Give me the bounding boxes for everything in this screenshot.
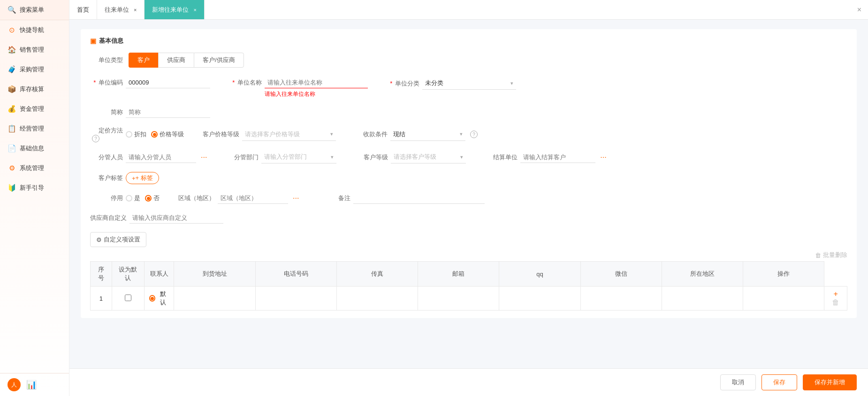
sidebar-item-guide[interactable]: 🔰 新手引导 <box>0 178 69 198</box>
cell-fax[interactable] <box>418 287 499 311</box>
radio-no-circle <box>145 195 152 202</box>
sidebar-item-basic[interactable]: 📄 基础信息 <box>0 139 69 158</box>
pricing-help-icon[interactable]: ? <box>92 135 99 142</box>
phone-input[interactable] <box>342 295 413 302</box>
remarks-input[interactable] <box>353 193 485 204</box>
radio-price-level-circle <box>151 131 158 138</box>
manager-more-btn[interactable]: ··· <box>201 153 207 162</box>
cell-address[interactable] <box>255 287 336 311</box>
radio-price-level-label: 价格等级 <box>160 130 184 139</box>
email-input[interactable] <box>504 295 575 302</box>
cell-wechat[interactable] <box>662 287 743 311</box>
col-region: 所在地区 <box>662 262 743 287</box>
unit-code-input[interactable] <box>126 77 210 88</box>
disabled-label: 停用 <box>90 194 123 202</box>
supplier-custom-label: 供应商自定义 <box>90 214 127 222</box>
sidebar-label-shortcut: 快捷导航 <box>20 26 44 34</box>
location-input[interactable] <box>748 295 819 302</box>
save-new-button[interactable]: 保存并新增 <box>803 374 857 390</box>
payment-terms-field: 收款条件 现结 ▾ ? <box>355 128 478 141</box>
manager-input[interactable] <box>126 152 196 163</box>
sidebar-item-operations[interactable]: 📋 经营管理 <box>0 119 69 139</box>
batch-delete-area[interactable]: 🗑 批量删除 <box>90 251 847 259</box>
radio-price-level[interactable]: 价格等级 <box>151 130 184 139</box>
col-email: 邮箱 <box>418 262 499 287</box>
col-qq: qq <box>499 262 580 287</box>
payment-terms-help[interactable]: ? <box>470 131 478 138</box>
cell-ops: + 🗑 <box>824 287 847 311</box>
table-header: 序号 设为默认 联系人 到货地址 电话号码 传真 邮箱 qq 微信 所在地区 操… <box>91 262 847 287</box>
settlement-more-btn[interactable]: ··· <box>600 153 606 162</box>
radio-discount-circle <box>126 131 132 138</box>
cell-location[interactable] <box>743 287 824 311</box>
pricing-method-field: 定价方法 ? 折扣 价格等级 <box>90 126 184 142</box>
row-del-btn[interactable]: 🗑 <box>832 298 839 306</box>
type-btn-both[interactable]: 客户/供应商 <box>194 53 244 68</box>
address-input[interactable] <box>260 295 332 302</box>
cell-phone[interactable] <box>336 287 418 311</box>
custom-settings-button[interactable]: ⚙ 自定义项设置 <box>90 232 146 247</box>
default-radio[interactable] <box>149 295 156 302</box>
tab-partner-close[interactable]: × <box>134 7 137 13</box>
tab-partner[interactable]: 往来单位 × <box>97 0 145 19</box>
dept-field: 分管部门 请输入分管部门 ▾ <box>226 151 336 163</box>
customer-price-level-select[interactable]: 请选择客户价格等级 ▾ <box>242 128 336 141</box>
save-button[interactable]: 保存 <box>761 374 797 390</box>
disabled-field: 停用 是 否 <box>90 194 160 202</box>
tab-new-partner-close[interactable]: × <box>193 7 196 13</box>
tab-home[interactable]: 首页 <box>69 0 97 19</box>
region-label: 区域（地区） <box>178 194 215 202</box>
row-checkbox[interactable] <box>125 295 131 301</box>
region-more-btn[interactable]: ··· <box>293 194 299 202</box>
payment-terms-select[interactable]: 现结 ▾ <box>390 128 465 141</box>
tab-close-all[interactable]: × <box>851 6 868 14</box>
cell-qq[interactable] <box>580 287 662 311</box>
dept-select[interactable]: 请输入分管部门 ▾ <box>261 151 336 163</box>
sidebar-item-sales[interactable]: 🏠 销售管理 <box>0 40 69 60</box>
region-input[interactable] <box>218 193 288 204</box>
fax-input[interactable] <box>423 295 494 302</box>
type-btn-supplier[interactable]: 供应商 <box>158 53 194 68</box>
tab-new-partner[interactable]: 新增往来单位 × <box>145 0 204 19</box>
cell-email[interactable] <box>499 287 580 311</box>
sidebar-bottom-icon1[interactable]: 人 <box>8 378 21 391</box>
unit-category-select[interactable]: 未分类 ▾ <box>422 77 516 90</box>
price-level-chevron: ▾ <box>330 131 333 137</box>
customer-level-chevron: ▾ <box>460 154 463 160</box>
pricing-radio-group: 折扣 价格等级 <box>126 130 184 139</box>
radio-no[interactable]: 否 <box>145 194 160 202</box>
unit-name-field: * 单位名称 请输入往来单位名称 <box>229 77 368 98</box>
radio-yes[interactable]: 是 <box>126 194 140 202</box>
settlement-unit-input[interactable] <box>520 152 595 163</box>
contact-input[interactable] <box>179 295 250 302</box>
row-add-btn[interactable]: + <box>833 290 838 298</box>
customer-price-level-field: 客户价格等级 请选择客户价格等级 ▾ <box>203 128 336 141</box>
add-tag-button[interactable]: + + 标签 <box>126 172 159 184</box>
col-contact: 联系人 <box>144 262 174 287</box>
cancel-button[interactable]: 取消 <box>720 374 756 390</box>
supplier-custom-input[interactable] <box>129 212 223 224</box>
unit-name-error: 请输入往来单位名称 <box>265 90 368 98</box>
cell-contact[interactable] <box>174 287 255 311</box>
sidebar-label-sales: 销售管理 <box>20 46 44 54</box>
sales-icon: 🏠 <box>8 46 16 54</box>
sidebar-item-shortcut[interactable]: ⊙ 快捷导航 <box>0 20 69 40</box>
radio-discount[interactable]: 折扣 <box>126 130 146 139</box>
type-btn-customer[interactable]: 客户 <box>129 53 158 68</box>
sidebar-item-finance[interactable]: 💰 资金管理 <box>0 99 69 119</box>
pricing-method-label: 定价方法 ? <box>90 126 123 142</box>
wechat-input[interactable] <box>667 295 738 302</box>
sidebar-item-purchase[interactable]: 🧳 采购管理 <box>0 60 69 79</box>
qq-input[interactable] <box>586 295 657 302</box>
short-name-input[interactable] <box>126 107 210 118</box>
sidebar-item-inventory[interactable]: 📦 库存核算 <box>0 79 69 99</box>
batch-delete-icon: 🗑 <box>815 252 821 259</box>
sidebar-item-search[interactable]: 🔍 搜索菜单 <box>0 0 69 20</box>
customer-level-select[interactable]: 请选择客户等级 ▾ <box>391 151 466 163</box>
sidebar-label-basic: 基础信息 <box>20 144 44 153</box>
unit-name-input[interactable] <box>265 77 368 88</box>
sidebar-item-system[interactable]: ⚙ 系统管理 <box>0 158 69 178</box>
sidebar-bottom-icon2[interactable]: 📊 <box>26 380 37 390</box>
radio-yes-label: 是 <box>134 194 140 202</box>
customer-level-field: 客户等级 请选择客户等级 ▾ <box>355 151 466 163</box>
